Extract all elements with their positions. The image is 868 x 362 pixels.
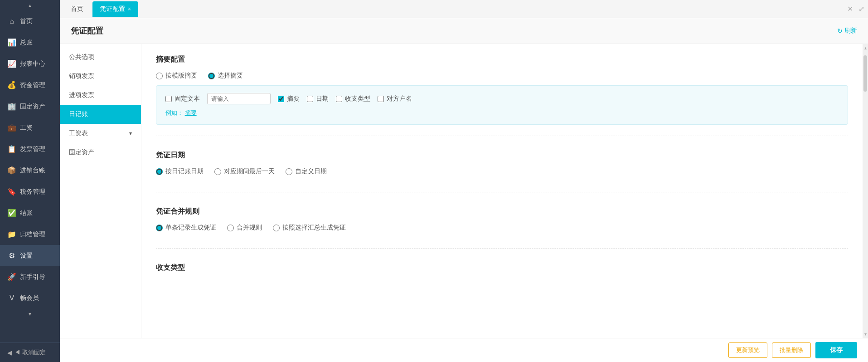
sidebar-item-invoice[interactable]: 📋 发票管理	[0, 138, 60, 160]
section-income-type: 收支类型	[156, 263, 848, 291]
sidebar-item-capital[interactable]: 💰 资金管理	[0, 74, 60, 96]
body-layout: 公共选项 销项发票 进项发票 日记账 工资表 ▾ 固定资产	[60, 44, 868, 338]
sidebar-scroll-up[interactable]: ▴	[0, 0, 60, 11]
date-radio-group: 按日记账日期 对应期间最后一天 自定义日期	[156, 167, 848, 176]
archive-icon: 📁	[7, 230, 16, 239]
radio-journal-date-input[interactable]	[156, 168, 163, 175]
page-title: 凭证配置	[71, 25, 103, 36]
update-preview-button[interactable]: 更新预览	[728, 342, 767, 358]
chevron-down-icon: ▾	[129, 130, 132, 137]
left-nav: 公共选项 销项发票 进项发票 日记账 工资表 ▾ 固定资产	[60, 44, 141, 338]
section-merge-title: 凭证合并规则	[156, 207, 848, 216]
radio-single-record[interactable]: 单条记录生成凭证	[156, 224, 216, 232]
fixed-text-input[interactable]	[207, 93, 271, 104]
radio-last-day[interactable]: 对应期间最后一天	[214, 167, 275, 176]
sidebar-item-home[interactable]: ⌂ 首页	[0, 11, 60, 32]
section-date: 凭证日期 按日记账日期 对应期间最后一天	[156, 151, 848, 192]
assets-icon: 🏢	[7, 102, 16, 111]
checkbox-income-type-input[interactable]	[336, 96, 342, 102]
example-link[interactable]: 摘要	[185, 109, 197, 116]
tab-bar-right: ✕ ⤢	[847, 5, 864, 13]
checkbox-date[interactable]: 日期	[307, 95, 329, 103]
sidebar-item-vip[interactable]: V 畅会员	[0, 288, 60, 308]
purchase-icon: 📦	[7, 166, 16, 175]
radio-template-input[interactable]	[156, 73, 163, 79]
sidebar-item-salary[interactable]: 💼 工资	[0, 117, 60, 138]
sidebar-item-guide[interactable]: 🚀 新手引导	[0, 266, 60, 288]
ledger-icon: 📊	[7, 38, 16, 47]
section-income-type-title: 收支类型	[156, 263, 848, 273]
left-nav-sales-invoice[interactable]: 销项发票	[60, 67, 141, 86]
radio-select-merge-input[interactable]	[273, 225, 280, 231]
sidebar-item-settings[interactable]: ⚙ 设置	[0, 245, 60, 266]
section-summary-title: 摘要配置	[156, 55, 848, 64]
refresh-button[interactable]: ↻ 刷新	[837, 27, 857, 35]
batch-delete-button[interactable]: 批量删除	[772, 342, 811, 358]
window-close-icon[interactable]: ✕	[847, 5, 853, 13]
scroll-thumb[interactable]	[863, 55, 867, 92]
summary-config-box: 固定文本 摘要 日期	[156, 85, 848, 125]
checkbox-date-input[interactable]	[307, 96, 313, 102]
checkbox-counterpart-input[interactable]	[378, 96, 384, 102]
left-nav-journal[interactable]: 日记账	[60, 105, 141, 124]
summary-radio-group: 按模版摘要 选择摘要	[156, 72, 848, 80]
tax-icon: 🔖	[7, 187, 16, 196]
radio-journal-date[interactable]: 按日记账日期	[156, 167, 204, 176]
radio-select-merge[interactable]: 按照选择汇总生成凭证	[273, 224, 346, 232]
right-content: 摘要配置 按模版摘要 选择摘要	[141, 44, 863, 338]
unpin-icon: ◀	[7, 349, 12, 356]
radio-custom-date-input[interactable]	[286, 168, 292, 175]
checkbox-summary-input[interactable]	[278, 96, 284, 102]
checkbox-income-type[interactable]: 收支类型	[336, 95, 370, 103]
section-merge: 凭证合并规则 单条记录生成凭证 合并规则	[156, 207, 848, 249]
sidebar-item-report[interactable]: 📈 报表中心	[0, 53, 60, 74]
sidebar-item-archive[interactable]: 📁 归档管理	[0, 224, 60, 245]
vip-icon: V	[7, 294, 16, 302]
scroll-up-arrow[interactable]: ▴	[863, 44, 868, 52]
tab-bar: 首页 凭证配置 × ✕ ⤢	[60, 0, 868, 18]
checkbox-summary[interactable]: 摘要	[278, 95, 300, 103]
sidebar-unpin-button[interactable]: ◀ ◀ 取消固定	[0, 342, 60, 362]
tab-bar-left: 首页 凭证配置 ×	[63, 1, 138, 17]
scroll-down-arrow[interactable]: ▾	[863, 330, 868, 338]
content-area: 凭证配置 ↻ 刷新 公共选项 销项发票 进项发票 日记账	[60, 18, 868, 362]
capital-icon: 💰	[7, 81, 16, 89]
radio-single-record-input[interactable]	[156, 225, 163, 231]
checkbox-fixed-text-input[interactable]	[165, 96, 172, 102]
section-date-title: 凭证日期	[156, 151, 848, 160]
left-nav-purchase-invoice[interactable]: 进项发票	[60, 86, 141, 105]
tab-voucher-config[interactable]: 凭证配置 ×	[92, 1, 138, 17]
sidebar: ▴ ⌂ 首页 📊 总账 📈 报表中心 💰 资金管理 🏢 固定资产 💼 工资 📋 …	[0, 0, 60, 362]
merge-radio-group: 单条记录生成凭证 合并规则 按照选择汇总生成凭证	[156, 224, 848, 232]
radio-template-summary[interactable]: 按模版摘要	[156, 72, 197, 80]
sidebar-item-assets[interactable]: 🏢 固定资产	[0, 96, 60, 117]
save-button[interactable]: 保存	[815, 342, 857, 358]
left-nav-fixed-assets[interactable]: 固定资产	[60, 143, 141, 162]
salary-icon: 💼	[7, 123, 16, 132]
report-icon: 📈	[7, 59, 16, 68]
radio-merge-rule-input[interactable]	[227, 225, 234, 231]
window-expand-icon[interactable]: ⤢	[858, 5, 864, 13]
sidebar-item-purchase[interactable]: 📦 进销台账	[0, 160, 60, 181]
radio-last-day-input[interactable]	[214, 168, 221, 175]
radio-custom-date[interactable]: 自定义日期	[286, 167, 327, 176]
left-nav-public[interactable]: 公共选项	[60, 48, 141, 67]
invoice-icon: 📋	[7, 145, 16, 153]
tab-home[interactable]: 首页	[63, 1, 91, 17]
checkbox-counterpart[interactable]: 对方户名	[378, 95, 412, 103]
left-nav-payroll[interactable]: 工资表 ▾	[60, 124, 141, 143]
sidebar-item-tax[interactable]: 🔖 税务管理	[0, 181, 60, 202]
refresh-icon: ↻	[837, 27, 843, 34]
settings-icon: ⚙	[7, 251, 16, 260]
example-text: 例如： 摘要	[165, 109, 839, 117]
radio-merge-rule[interactable]: 合并规则	[227, 224, 262, 232]
section-summary: 摘要配置 按模版摘要 选择摘要	[156, 55, 848, 136]
sidebar-scroll-down[interactable]: ▾	[0, 308, 60, 319]
scroll-track: ▴ ▾	[863, 44, 868, 338]
sidebar-item-settle[interactable]: ✅ 结账	[0, 202, 60, 224]
sidebar-item-ledger[interactable]: 📊 总账	[0, 32, 60, 53]
checkbox-fixed-text[interactable]: 固定文本	[165, 95, 200, 103]
radio-select-summary[interactable]: 选择摘要	[208, 72, 243, 80]
radio-select-input[interactable]	[208, 73, 215, 79]
tab-close-icon[interactable]: ×	[128, 6, 131, 12]
